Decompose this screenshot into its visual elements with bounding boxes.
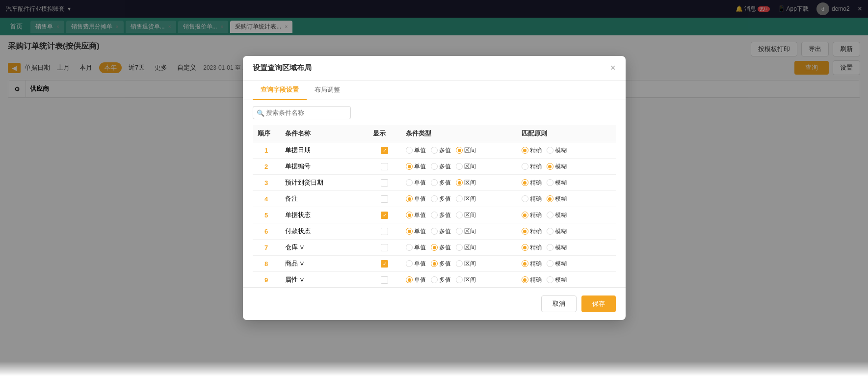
radio-type-type_range[interactable]: 区间	[456, 146, 476, 155]
radio-label: 区间	[464, 179, 476, 187]
cell-type: 单值多值区间	[401, 240, 516, 256]
show-checkbox[interactable]	[381, 147, 388, 154]
radio-match-match_exact[interactable]: 精确	[522, 276, 542, 284]
show-checkbox[interactable]	[381, 163, 388, 170]
radio-type-type_single[interactable]: 单值	[406, 243, 426, 252]
radio-type-type_range[interactable]: 区间	[456, 276, 476, 284]
radio-type-type_range[interactable]: 区间	[456, 211, 476, 219]
cell-match: 精确模糊	[517, 191, 616, 207]
cell-show[interactable]	[368, 223, 401, 240]
radio-match-match_exact[interactable]: 精确	[522, 243, 542, 252]
radio-match-match_exact[interactable]: 精确	[522, 195, 542, 203]
radio-label: 多值	[439, 276, 451, 284]
radio-type-type_range[interactable]: 区间	[456, 260, 476, 268]
radio-match-match_exact[interactable]: 精确	[522, 260, 542, 268]
show-checkbox[interactable]	[381, 212, 388, 219]
radio-type-type_multi[interactable]: 多值	[431, 162, 451, 171]
radio-circle-type_single	[406, 260, 413, 267]
show-checkbox[interactable]	[381, 276, 388, 284]
radio-match-match_fuzzy[interactable]: 模糊	[547, 162, 567, 171]
cell-match: 精确模糊	[517, 272, 616, 288]
radio-label: 多值	[439, 195, 451, 203]
radio-type-type_single[interactable]: 单值	[406, 195, 426, 203]
radio-type-type_multi[interactable]: 多值	[431, 276, 451, 284]
tab-layout-adjust[interactable]: 布局调整	[307, 81, 348, 100]
radio-circle-type_multi	[431, 276, 438, 283]
radio-type-type_range[interactable]: 区间	[456, 195, 476, 203]
radio-match-match_fuzzy[interactable]: 模糊	[547, 211, 567, 219]
radio-label: 区间	[464, 227, 476, 236]
cell-show[interactable]	[368, 256, 401, 272]
radio-match-match_exact[interactable]: 精确	[522, 162, 542, 171]
search-input[interactable]	[253, 106, 351, 119]
cancel-btn[interactable]: 取消	[541, 295, 577, 312]
radio-type-type_single[interactable]: 单值	[406, 276, 426, 284]
cell-show[interactable]	[368, 142, 401, 159]
cell-show[interactable]	[368, 240, 401, 256]
radio-match-match_fuzzy[interactable]: 模糊	[547, 227, 567, 236]
radio-label: 单值	[414, 260, 426, 268]
modal-close-btn[interactable]: ×	[610, 63, 616, 73]
radio-type-type_multi[interactable]: 多值	[431, 146, 451, 155]
radio-circle-type_range	[456, 260, 463, 267]
show-checkbox[interactable]	[381, 244, 388, 251]
cell-show[interactable]	[368, 175, 401, 191]
show-checkbox[interactable]	[381, 228, 388, 235]
radio-label: 模糊	[555, 162, 567, 171]
show-checkbox[interactable]	[381, 260, 388, 268]
radio-type-type_range[interactable]: 区间	[456, 179, 476, 187]
show-checkbox[interactable]	[381, 179, 388, 187]
radio-type-type_single[interactable]: 单值	[406, 146, 426, 155]
radio-match-match_fuzzy[interactable]: 模糊	[547, 179, 567, 187]
save-btn[interactable]: 保存	[581, 295, 616, 312]
radio-label: 精确	[530, 179, 542, 187]
table-row: 9属性 ∨单值多值区间精确模糊	[253, 272, 616, 288]
radio-circle-type_multi	[431, 179, 438, 186]
radio-type-type_multi[interactable]: 多值	[431, 243, 451, 252]
radio-type-type_single[interactable]: 单值	[406, 179, 426, 187]
radio-match-match_exact[interactable]: 精确	[522, 179, 542, 187]
radio-circle-type_range	[456, 147, 463, 154]
radio-type-type_single[interactable]: 单值	[406, 227, 426, 236]
config-table-scroll[interactable]: 顺序 条件名称 显示 条件类型 匹配原则 1单据日期单值多值区间精确模糊2单据编…	[253, 125, 616, 287]
show-checkbox[interactable]	[381, 195, 388, 203]
radio-type-type_range[interactable]: 区间	[456, 162, 476, 171]
radio-circle-match_fuzzy	[547, 147, 553, 154]
cell-show[interactable]	[368, 272, 401, 288]
radio-type-type_multi[interactable]: 多值	[431, 227, 451, 236]
radio-match-match_exact[interactable]: 精确	[522, 227, 542, 236]
radio-circle-match_exact	[522, 147, 528, 154]
table-row: 4备注单值多值区间精确模糊	[253, 191, 616, 207]
radio-label: 多值	[439, 260, 451, 268]
radio-match-match_fuzzy[interactable]: 模糊	[547, 146, 567, 155]
radio-match-match_fuzzy[interactable]: 模糊	[547, 276, 567, 284]
modal-search-area: 🔍	[243, 100, 626, 125]
cell-match: 精确模糊	[517, 142, 616, 159]
radio-type-type_multi[interactable]: 多值	[431, 195, 451, 203]
radio-circle-type_range	[456, 244, 463, 251]
radio-type-type_range[interactable]: 区间	[456, 243, 476, 252]
radio-match-match_fuzzy[interactable]: 模糊	[547, 243, 567, 252]
cell-show[interactable]	[368, 159, 401, 175]
radio-match-match_fuzzy[interactable]: 模糊	[547, 260, 567, 268]
radio-type-type_multi[interactable]: 多值	[431, 211, 451, 219]
radio-label: 多值	[439, 179, 451, 187]
radio-type-type_multi[interactable]: 多值	[431, 260, 451, 268]
radio-type-type_single[interactable]: 单值	[406, 162, 426, 171]
cell-show[interactable]	[368, 191, 401, 207]
radio-type-type_single[interactable]: 单值	[406, 260, 426, 268]
cell-name: 单据编号	[280, 159, 368, 175]
radio-label: 单值	[414, 276, 426, 284]
radio-type-type_single[interactable]: 单值	[406, 211, 426, 219]
radio-label: 精确	[530, 276, 542, 284]
radio-match-match_fuzzy[interactable]: 模糊	[547, 195, 567, 203]
cell-show[interactable]	[368, 207, 401, 223]
radio-match-match_exact[interactable]: 精确	[522, 146, 542, 155]
settings-modal: 设置查询区域布局 × 查询字段设置 布局调整 🔍 顺序 条件名称	[243, 56, 626, 320]
tab-query-fields[interactable]: 查询字段设置	[253, 81, 307, 100]
radio-match-match_exact[interactable]: 精确	[522, 211, 542, 219]
cell-type: 单值多值区间	[401, 175, 516, 191]
radio-type-type_range[interactable]: 区间	[456, 227, 476, 236]
radio-type-type_multi[interactable]: 多值	[431, 179, 451, 187]
radio-label: 区间	[464, 195, 476, 203]
